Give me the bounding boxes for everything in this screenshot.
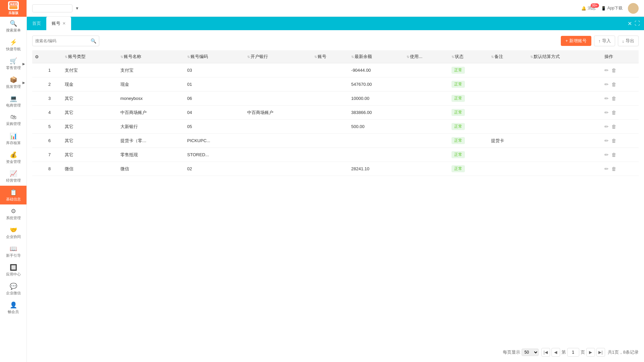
edit-icon-3[interactable]: ✏ xyxy=(604,110,609,116)
sidebar-item-wholesale[interactable]: 📦 批发管理 ▶ xyxy=(0,73,26,92)
col-bank[interactable]: ⇅开户银行 xyxy=(245,50,311,63)
nav-icon-inventory: 📊 xyxy=(10,132,17,140)
row-name-2: moneybosx xyxy=(118,92,184,106)
header-search-input[interactable] xyxy=(32,4,72,12)
col-code[interactable]: ⇅账号编码 xyxy=(184,50,245,63)
col-name[interactable]: ⇅账号名称 xyxy=(118,50,184,63)
delete-icon-0[interactable]: 🗑 xyxy=(611,67,616,73)
sidebar-item-app-center[interactable]: 🔲 应用中心 xyxy=(0,261,26,280)
nav-icon-purchase: 🛍 xyxy=(10,114,16,121)
row-type-2: 其它 xyxy=(62,92,117,106)
tab-home[interactable]: 首页 xyxy=(27,17,46,30)
delete-icon-4[interactable]: 🗑 xyxy=(611,124,616,129)
row-bank-3: 中百商场账户 xyxy=(245,106,311,120)
sidebar-item-basic-info[interactable]: 📋 基础信息 xyxy=(0,186,26,204)
row-default-payment-4 xyxy=(528,120,602,134)
content-area: 🔍 + 新增账号 ↑ 导入 ↓ 导出 ⚙ xyxy=(27,30,644,362)
header-dropdown[interactable]: ▼ xyxy=(75,6,79,11)
row-balance-0: -90444.00 xyxy=(348,63,404,77)
add-account-button[interactable]: + 新增账号 xyxy=(561,36,591,46)
col-remark[interactable]: ⇅备注 xyxy=(488,50,528,63)
sidebar-item-retail[interactable]: 🛒 零售管理 ▶ xyxy=(0,54,26,73)
first-page-button[interactable]: |◀ xyxy=(541,348,550,357)
sidebar-item-system[interactable]: ⚙ 系统管理 xyxy=(0,204,26,223)
row-account-0 xyxy=(312,63,348,77)
row-code-0: 03 xyxy=(184,63,245,77)
sidebar-item-purchase[interactable]: 🛍 采购管理 xyxy=(0,111,26,129)
sidebar-item-quick-nav[interactable]: ⚡ 快捷导航 xyxy=(0,36,26,54)
sidebar-item-guide[interactable]: 📖 新手引导 xyxy=(0,242,26,261)
row-balance-5 xyxy=(348,134,404,148)
row-remark-6 xyxy=(488,148,528,162)
per-page-select[interactable]: 50 100 200 xyxy=(522,349,539,356)
pagination-bar: 每页显示 50 100 200 |◀ ◀ 第 页 ▶ ▶| 共1页，8条记录 xyxy=(32,344,639,357)
col-status[interactable]: ⇅状态 xyxy=(449,50,489,63)
import-label: 导入 xyxy=(602,38,611,44)
sidebar-item-wechat[interactable]: 💬 企业微信 xyxy=(0,280,26,298)
col-usage[interactable]: ⇅使用... xyxy=(404,50,448,63)
sidebar-item-enterprise[interactable]: 🤝 企业协同 xyxy=(0,223,26,242)
sidebar-item-operations[interactable]: 📈 经营管理 xyxy=(0,167,26,186)
tab-fullscreen-icon[interactable]: ⛶ xyxy=(635,20,640,26)
delete-icon-5[interactable]: 🗑 xyxy=(611,138,616,143)
edit-icon-2[interactable]: ✏ xyxy=(604,96,609,102)
page-number-input[interactable] xyxy=(567,348,579,357)
tab-bar: 首页账号✕ ✕ ⛶ xyxy=(27,17,644,30)
nav-icon-finance: 💰 xyxy=(10,151,17,159)
delete-icon-2[interactable]: 🗑 xyxy=(611,96,616,101)
app-logo: 畅捷通 乐版版 xyxy=(0,0,26,17)
edit-icon-6[interactable]: ✏ xyxy=(604,152,609,158)
col-default-payment[interactable]: ⇅默认结算方式 xyxy=(528,50,602,63)
nav-icon-operations: 📈 xyxy=(10,170,17,177)
col-type[interactable]: ⇅账号类型 xyxy=(62,50,117,63)
row-status-2: 正常 xyxy=(449,92,489,106)
row-settings-1 xyxy=(32,77,46,92)
sidebar-item-finance[interactable]: 💰 资金管理 xyxy=(0,148,26,167)
tab-close-account[interactable]: ✕ xyxy=(62,21,66,25)
svg-text:畅捷通: 畅捷通 xyxy=(10,3,17,6)
row-status-3: 正常 xyxy=(449,106,489,120)
row-settings-3 xyxy=(32,106,46,120)
delete-icon-7[interactable]: 🗑 xyxy=(611,166,616,172)
nav-label-ecommerce: 电商管理 xyxy=(6,103,21,108)
row-type-1: 现金 xyxy=(62,77,117,92)
nav-icon-member: 👤 xyxy=(10,301,17,309)
row-remark-5: 提货卡 xyxy=(488,134,528,148)
col-balance[interactable]: ⇅最新余额 xyxy=(348,50,404,63)
sidebar-item-ecommerce[interactable]: 💻 电商管理 xyxy=(0,92,26,111)
export-button[interactable]: ↓ 导出 xyxy=(618,36,639,46)
row-remark-3 xyxy=(488,106,528,120)
sidebar-item-member[interactable]: 👤 畅会员 xyxy=(0,298,26,317)
edit-icon-1[interactable]: ✏ xyxy=(604,81,609,87)
per-page-selector: 每页显示 50 100 200 xyxy=(503,349,539,356)
last-page-button[interactable]: ▶| xyxy=(596,348,605,357)
sidebar-item-search[interactable]: 🔍 搜索菜单 xyxy=(0,17,26,36)
row-settings-5 xyxy=(32,134,46,148)
edit-icon-4[interactable]: ✏ xyxy=(604,124,609,130)
edit-icon-0[interactable]: ✏ xyxy=(604,67,609,73)
top-header: ▼ 🔔 消息 99+ 📱 App下载 xyxy=(27,0,644,17)
row-default-payment-7 xyxy=(528,162,602,176)
edit-icon-7[interactable]: ✏ xyxy=(604,166,609,172)
tab-close-all-icon[interactable]: ✕ xyxy=(628,20,632,27)
col-settings[interactable]: ⚙ xyxy=(32,50,46,63)
row-remark-1 xyxy=(488,77,528,92)
account-search-input[interactable] xyxy=(35,39,91,43)
next-page-button[interactable]: ▶ xyxy=(586,348,595,357)
delete-icon-3[interactable]: 🗑 xyxy=(611,110,616,115)
row-balance-2: 10000.00 xyxy=(348,92,404,106)
sidebar: 畅捷通 乐版版 🔍 搜索菜单 ⚡ 快捷导航 🛒 零售管理 ▶ 📦 批发管理 ▶ … xyxy=(0,0,27,362)
delete-icon-1[interactable]: 🗑 xyxy=(611,81,616,87)
delete-icon-6[interactable]: 🗑 xyxy=(611,152,616,158)
user-avatar[interactable] xyxy=(628,3,639,14)
messages-button[interactable]: 🔔 消息 99+ xyxy=(581,5,596,11)
app-download-button[interactable]: 📱 App下载 xyxy=(601,5,623,11)
sidebar-item-inventory[interactable]: 📊 库存核算 xyxy=(0,129,26,148)
col-account[interactable]: ⇅账号 xyxy=(312,50,348,63)
account-search-box[interactable]: 🔍 xyxy=(32,36,99,46)
tab-account[interactable]: 账号✕ xyxy=(46,17,71,30)
import-button[interactable]: ↑ 导入 xyxy=(594,36,615,46)
prev-page-button[interactable]: ◀ xyxy=(551,348,560,357)
edit-icon-5[interactable]: ✏ xyxy=(604,138,609,144)
row-default-payment-6 xyxy=(528,148,602,162)
